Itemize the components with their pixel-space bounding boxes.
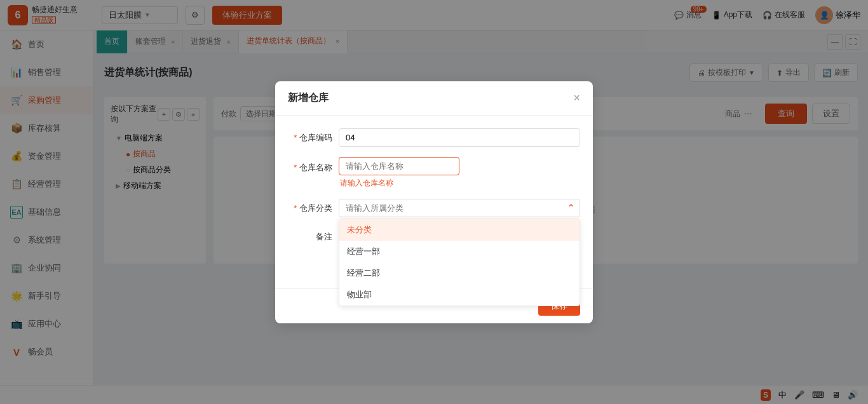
- category-label: * 仓库分类: [288, 199, 332, 214]
- modal-overlay[interactable]: 新增仓库 × * 仓库编码 * 仓库名称: [0, 0, 868, 404]
- modal-body: * 仓库编码 * 仓库名称 请输入仓库名称: [275, 116, 593, 288]
- category-dropdown: 未分类 经营一部 经营二部 物业部: [339, 219, 580, 306]
- add-warehouse-modal: 新增仓库 × * 仓库编码 * 仓库名称: [275, 81, 593, 323]
- category-field-row: * 仓库分类 ⌃ 未分类 经营一部 经营二部 物业部: [288, 199, 580, 217]
- category-toggle-icon[interactable]: ⌃: [567, 202, 575, 214]
- code-label: * 仓库编码: [288, 128, 332, 144]
- code-input[interactable]: [339, 128, 580, 147]
- category-input[interactable]: [339, 199, 580, 217]
- name-label: * 仓库名称: [288, 158, 332, 173]
- name-field-row: * 仓库名称 请输入仓库名称: [288, 157, 580, 189]
- modal-close-button[interactable]: ×: [573, 91, 580, 105]
- dropdown-item-dept1[interactable]: 经营一部: [339, 241, 580, 262]
- dropdown-item-unclassified[interactable]: 未分类: [339, 219, 580, 241]
- modal-title: 新增仓库: [288, 91, 329, 105]
- dropdown-item-dept2[interactable]: 经营二部: [339, 262, 580, 284]
- note-label: 备注: [288, 227, 332, 243]
- name-input[interactable]: [339, 157, 459, 175]
- category-wrapper: ⌃ 未分类 经营一部 经营二部 物业部: [339, 199, 580, 217]
- name-error-message: 请输入仓库名称: [340, 178, 393, 187]
- modal-header: 新增仓库 ×: [275, 81, 593, 116]
- code-field-row: * 仓库编码: [288, 128, 580, 147]
- dropdown-item-dept3[interactable]: 物业部: [339, 284, 580, 306]
